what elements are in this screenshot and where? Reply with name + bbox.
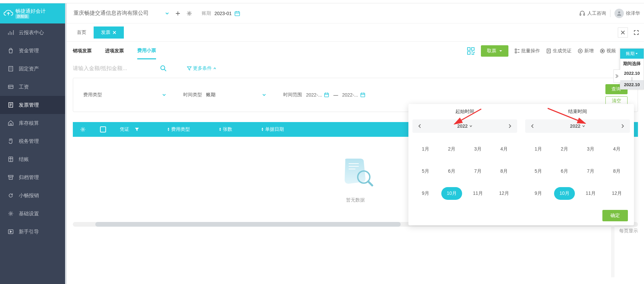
month-cell[interactable]: 2月 [554, 143, 575, 156]
month-cell[interactable]: 12月 [606, 187, 627, 200]
sidebar-item-bag[interactable]: 资金管理 [0, 42, 65, 60]
col-date[interactable]: ▲▼ 单据日期 [247, 126, 298, 132]
month-cell[interactable]: 3月 [580, 143, 601, 156]
list-icon [514, 48, 520, 54]
sidebar-item-chart[interactable]: 云报表中心 [0, 23, 65, 42]
more-filters-toggle[interactable]: 更多条件 [187, 65, 216, 71]
month-cell[interactable]: 1月 [528, 143, 549, 156]
add-company-button[interactable] [172, 8, 184, 19]
sidebar-item-hand[interactable]: 税务管理 [0, 132, 65, 150]
fetch-invoice-button[interactable]: 取票 [481, 45, 508, 57]
month-cell[interactable]: 6月 [554, 165, 575, 178]
month-cell[interactable]: 12月 [494, 187, 514, 200]
select-all-checkbox[interactable] [93, 126, 113, 132]
sidebar-item-receipt[interactable]: 发票管理 [0, 96, 65, 114]
sidebar-item-archive[interactable]: 归档管理 [0, 168, 65, 186]
month-cell[interactable]: 10月 [554, 187, 575, 200]
sidebar-item-gear[interactable]: 基础设置 [0, 205, 65, 223]
sidebar-item-building[interactable]: 固定资产 [0, 60, 65, 78]
month-cell[interactable]: 11月 [580, 187, 601, 200]
svg-rect-0 [9, 66, 13, 71]
svg-rect-15 [515, 49, 516, 50]
month-cell[interactable]: 7月 [580, 165, 601, 178]
gear-column[interactable] [73, 126, 93, 132]
company-select[interactable]: 重庆畅捷交通信息咨询有限公司 [71, 10, 172, 17]
gen-voucher-button[interactable]: 生成凭证 [546, 48, 572, 54]
sidebar-item-refresh[interactable]: 小畅报销 [0, 186, 65, 205]
batch-button[interactable]: 批量操作 [514, 48, 540, 54]
col-count[interactable]: ▲▼ 张数 [204, 126, 247, 132]
tab-invoice[interactable]: 发票 [94, 26, 124, 39]
chevron-down-icon [162, 93, 166, 97]
month-cell[interactable]: 1月 [415, 143, 436, 156]
month-cell[interactable]: 8月 [494, 165, 514, 178]
sub-tab-expense[interactable]: 费用小票 [137, 43, 156, 59]
period-side-panel: 账期 期间选择 2022.10 | 2022.10 [620, 48, 644, 90]
sub-tab-input[interactable]: 进项发票 [105, 43, 124, 59]
expense-type-filter[interactable]: 费用类型 [83, 91, 166, 99]
house-icon [7, 120, 15, 126]
panel-collapse-button[interactable] [613, 69, 620, 83]
month-cell[interactable]: 4月 [606, 143, 627, 156]
fullscreen-button[interactable] [631, 27, 641, 38]
month-cell[interactable]: 11月 [467, 187, 488, 200]
month-cell[interactable]: 5月 [528, 165, 549, 178]
svg-rect-16 [515, 52, 516, 53]
month-cell[interactable]: 9月 [415, 187, 436, 200]
sidebar-item-card[interactable]: 工资 [0, 78, 65, 96]
col-voucher[interactable]: 凭证 [113, 126, 153, 132]
consult-button[interactable]: 人工咨询 [579, 10, 606, 16]
svg-rect-21 [325, 93, 329, 97]
next-year-button[interactable] [621, 124, 625, 128]
month-cell[interactable]: 2月 [441, 143, 462, 156]
search-input[interactable]: 请输入金额/抵扣金额... [73, 65, 167, 72]
calendar-icon[interactable] [234, 10, 240, 16]
sidebar-item-label: 税务管理 [19, 138, 39, 145]
tab-close-button[interactable] [618, 27, 628, 38]
sidebar-item-label: 归档管理 [19, 174, 39, 181]
period-panel-header[interactable]: 账期 [620, 49, 644, 59]
app-header: 重庆畅捷交通信息咨询有限公司 账期 2023-01 人工咨询 [67, 3, 644, 23]
doc-icon [546, 48, 551, 54]
next-year-button[interactable] [508, 124, 512, 128]
time-type-filter[interactable]: 时间类型 账期 [183, 90, 266, 100]
start-date-input[interactable]: 2022-... [306, 92, 329, 98]
company-name: 重庆畅捷交通信息咨询有限公司 [73, 10, 149, 17]
app-name: 畅捷通好会计 [15, 8, 46, 14]
sidebar-item-label: 云报表中心 [19, 30, 44, 36]
month-cell[interactable]: 6月 [441, 165, 462, 178]
year-select[interactable]: 2022 [570, 123, 585, 129]
month-cell[interactable]: 9月 [528, 187, 549, 200]
year-select[interactable]: 2022 [457, 123, 472, 129]
prev-year-button[interactable] [418, 124, 421, 128]
settings-icon[interactable] [184, 8, 195, 19]
tab-home[interactable]: 首页 [69, 26, 94, 39]
close-icon[interactable] [112, 31, 116, 35]
archive-icon [7, 174, 15, 181]
month-cell[interactable]: 10月 [441, 187, 462, 200]
svg-rect-13 [472, 48, 474, 50]
sub-tab-output[interactable]: 销项发票 [73, 43, 92, 59]
search-icon[interactable] [160, 65, 167, 72]
col-expense-type[interactable]: ▲▼ 费用类型 [153, 126, 204, 132]
sidebar-item-play[interactable]: 新手引导 [0, 223, 65, 241]
user-menu[interactable]: 徐泽华 [614, 9, 640, 18]
svg-rect-4 [8, 175, 13, 177]
month-cell[interactable]: 3月 [467, 143, 488, 156]
page-size-label: 每页显示 [73, 228, 638, 234]
chevron-up-icon [213, 67, 216, 70]
video-button[interactable]: 视频 [600, 48, 616, 54]
month-cell[interactable]: 7月 [467, 165, 488, 178]
confirm-date-button[interactable]: 确定 [602, 210, 628, 221]
sidebar-item-house[interactable]: 库存核算 [0, 114, 65, 132]
sidebar-item-book[interactable]: 结账 [0, 150, 65, 168]
qrcode-icon[interactable] [467, 47, 475, 55]
month-cell[interactable]: 4月 [494, 143, 514, 156]
plus-circle-icon [578, 48, 583, 54]
end-date-input[interactable]: 2022-... [342, 92, 365, 98]
month-cell[interactable]: 8月 [606, 165, 627, 178]
period-item[interactable]: 2022.10 [620, 80, 644, 89]
month-cell[interactable]: 5月 [415, 165, 436, 178]
add-button[interactable]: 新增 [578, 48, 594, 54]
prev-year-button[interactable] [531, 124, 534, 128]
